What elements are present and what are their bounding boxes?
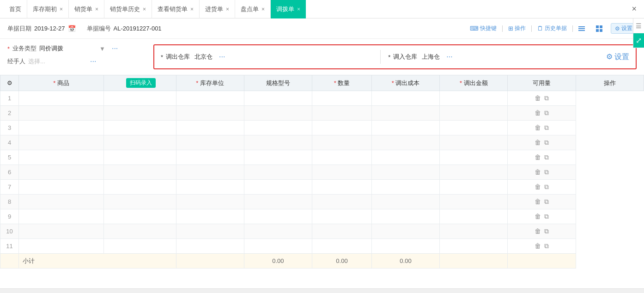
sidebar-list-icon[interactable]: ☰: [633, 18, 644, 33]
row-amount-2[interactable]: [371, 106, 439, 121]
row-available-9[interactable]: [440, 209, 508, 224]
close-inventory-init[interactable]: ×: [60, 6, 63, 12]
copy-icon-3[interactable]: ⧉: [544, 124, 549, 131]
row-available-2[interactable]: [440, 106, 508, 121]
copy-icon-6[interactable]: ⧉: [544, 168, 549, 176]
row-unit-5[interactable]: [104, 150, 176, 165]
close-transfer[interactable]: ×: [297, 6, 300, 12]
copy-icon-11[interactable]: ⧉: [544, 242, 549, 250]
row-spec-5[interactable]: [176, 150, 244, 165]
row-spec-10[interactable]: [176, 224, 244, 239]
row-product-4[interactable]: [19, 135, 104, 150]
row-unit-1[interactable]: [104, 91, 176, 106]
row-product-6[interactable]: [19, 165, 104, 180]
business-type-more[interactable]: ···: [112, 44, 118, 53]
row-available-8[interactable]: [440, 195, 508, 209]
delete-icon-11[interactable]: 🗑: [535, 242, 541, 250]
row-product-5[interactable]: [19, 150, 104, 165]
copy-icon-2[interactable]: ⧉: [544, 109, 549, 116]
copy-icon-8[interactable]: ⧉: [544, 198, 549, 205]
tab-home[interactable]: 首页: [4, 0, 27, 18]
row-cost-10[interactable]: [312, 224, 372, 239]
row-product-1[interactable]: [19, 91, 104, 106]
tab-transfer[interactable]: 调拨单 ×: [271, 0, 306, 18]
tab-sales-order[interactable]: 销货单 ×: [69, 0, 104, 18]
tab-sales-history[interactable]: 销货单历史 ×: [104, 0, 152, 18]
row-available-6[interactable]: [440, 165, 508, 180]
row-cost-2[interactable]: [312, 106, 372, 121]
copy-icon-1[interactable]: ⧉: [544, 94, 549, 102]
row-cost-1[interactable]: [312, 91, 372, 106]
row-amount-5[interactable]: [371, 150, 439, 165]
row-product-11[interactable]: [19, 239, 104, 254]
window-close-button[interactable]: ×: [624, 0, 644, 18]
layout-button-1[interactable]: [578, 24, 589, 33]
row-qty-9[interactable]: [244, 209, 312, 224]
row-cost-3[interactable]: [312, 121, 372, 135]
row-available-3[interactable]: [440, 121, 508, 135]
row-amount-6[interactable]: [371, 165, 439, 180]
layout-button-2[interactable]: [596, 25, 602, 32]
tab-inventory-check[interactable]: 盘点单 ×: [235, 0, 271, 18]
handler-placeholder[interactable]: 选择...: [28, 57, 84, 66]
tab-purchase-order[interactable]: 进货单 ×: [200, 0, 235, 18]
copy-icon-10[interactable]: ⧉: [544, 227, 549, 235]
row-amount-7[interactable]: [371, 180, 439, 195]
delete-icon-2[interactable]: 🗑: [535, 109, 541, 116]
transfer-in-more[interactable]: ···: [446, 53, 452, 61]
row-amount-4[interactable]: [371, 135, 439, 150]
row-cost-6[interactable]: [312, 165, 372, 180]
row-spec-9[interactable]: [176, 209, 244, 224]
row-available-10[interactable]: [440, 224, 508, 239]
handler-more[interactable]: ···: [90, 57, 96, 66]
row-product-8[interactable]: [19, 195, 104, 209]
row-qty-5[interactable]: [244, 150, 312, 165]
delete-icon-5[interactable]: 🗑: [535, 153, 541, 161]
row-qty-4[interactable]: [244, 135, 312, 150]
delete-icon-6[interactable]: 🗑: [535, 168, 541, 176]
row-unit-7[interactable]: [104, 180, 176, 195]
row-cost-7[interactable]: [312, 180, 372, 195]
row-qty-2[interactable]: [244, 106, 312, 121]
row-spec-4[interactable]: [176, 135, 244, 150]
row-cost-5[interactable]: [312, 150, 372, 165]
row-amount-1[interactable]: [371, 91, 439, 106]
row-cost-11[interactable]: [312, 239, 372, 254]
row-unit-10[interactable]: [104, 224, 176, 239]
row-unit-11[interactable]: [104, 239, 176, 254]
close-purchase-order[interactable]: ×: [226, 6, 229, 12]
copy-icon-9[interactable]: ⧉: [544, 213, 549, 220]
warehouse-settings-icon[interactable]: ⚙ 设置: [606, 52, 629, 62]
row-amount-9[interactable]: [371, 209, 439, 224]
row-unit-9[interactable]: [104, 209, 176, 224]
row-amount-11[interactable]: [371, 239, 439, 254]
row-qty-6[interactable]: [244, 165, 312, 180]
close-sales-history[interactable]: ×: [143, 6, 146, 12]
row-spec-3[interactable]: [176, 121, 244, 135]
tab-view-sales[interactable]: 查看销货单 ×: [152, 0, 200, 18]
calendar-icon[interactable]: 📅: [68, 25, 76, 32]
row-product-2[interactable]: [19, 106, 104, 121]
table-settings-icon[interactable]: ⚙: [7, 79, 12, 86]
tab-inventory-init[interactable]: 库存期初 ×: [27, 0, 69, 18]
delete-icon-10[interactable]: 🗑: [535, 227, 541, 235]
copy-icon-5[interactable]: ⧉: [544, 153, 549, 161]
row-qty-8[interactable]: [244, 195, 312, 209]
bottom-scrollbar[interactable]: [0, 288, 644, 293]
history-button[interactable]: 🗒 历史单据: [537, 24, 567, 32]
business-type-dropdown[interactable]: ▼: [99, 45, 105, 52]
row-available-7[interactable]: [440, 180, 508, 195]
row-qty-1[interactable]: [244, 91, 312, 106]
shortcuts-button[interactable]: ⌨ 快捷键: [470, 24, 497, 32]
row-available-1[interactable]: [440, 91, 508, 106]
row-spec-2[interactable]: [176, 106, 244, 121]
row-unit-4[interactable]: [104, 135, 176, 150]
row-unit-8[interactable]: [104, 195, 176, 209]
row-qty-10[interactable]: [244, 224, 312, 239]
row-product-3[interactable]: [19, 121, 104, 135]
row-product-10[interactable]: [19, 224, 104, 239]
row-available-5[interactable]: [440, 150, 508, 165]
delete-icon-4[interactable]: 🗑: [535, 139, 541, 146]
close-inventory-check[interactable]: ×: [261, 6, 265, 12]
row-available-4[interactable]: [440, 135, 508, 150]
